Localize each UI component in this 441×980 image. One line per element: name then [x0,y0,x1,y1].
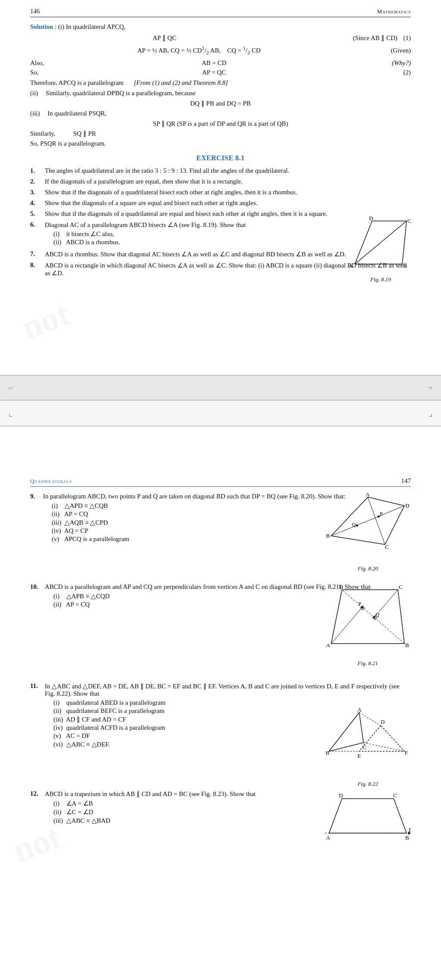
exercise-title: EXERCISE 8.1 [30,154,411,162]
fig-822: A B C D E F [325,708,411,777]
svg-marker-17 [331,590,404,644]
therefore-apcq: Therefore, APCQ is a parallelogram [From… [30,79,411,87]
fig-820: A D C B P Q [325,493,411,562]
svg-text:D: D [381,719,385,725]
svg-text:P: P [380,511,383,517]
svg-text:E: E [357,753,361,759]
svg-line-1 [355,221,407,264]
svg-text:C: C [407,218,411,224]
svg-marker-43 [329,799,407,833]
fig-821-container: D C B A P Q Fig. 8.21 [325,583,411,667]
exercise-list-2: 9. In parallelogram ABCD, two points P a… [30,493,411,876]
page-header-147: Quadrilaterals 147 [30,477,411,487]
svg-text:E: E [409,827,411,833]
svg-point-10 [356,525,358,527]
page-number-146: 146 [30,8,40,15]
svg-text:P: P [358,601,361,607]
svg-text:A: A [357,708,362,713]
fig-823: A B D C E [325,790,411,842]
equation-ap-cq: AP = ½ AB, CQ = ½ CD1/2 AB, CQ = 1/2 CD … [30,45,411,56]
iii-psqr: (iii) In quadrilateral PSQR, [30,110,411,117]
page-header-146: 146 Mathematics [30,8,411,17]
svg-text:A: A [326,642,330,648]
svg-text:C: C [385,544,389,550]
svg-point-9 [378,516,380,518]
svg-text:Q: Q [376,612,379,618]
exercise-item-1: 1. The angles of quadrilateral are in th… [30,167,411,174]
exercise-item-3: 3. Show that if the diagonals of a quadr… [30,189,411,196]
fig-820-label: Fig. 8.20 [325,565,411,572]
svg-line-33 [359,712,381,725]
svg-text:D: D [339,583,343,590]
svg-text:B: B [405,834,409,841]
svg-line-18 [342,590,404,644]
also-line: Also, AB = CD (Why?) [30,59,411,67]
similarly-sq: Similarly, SQ ∥ PR [30,130,411,137]
quadrilaterals-label: Quadrilaterals [30,478,72,485]
page-number-147: 147 [401,477,411,485]
so-line: So, AP = QC (2) [30,69,411,76]
fig-823-container: A B D C E [325,790,411,843]
fig-820-container: A D C B P Q Fig. 8.20 [325,493,411,572]
solution-heading: Solution : (i) In quadrilateral APCQ, [30,23,411,31]
corner-mark-bottom-right: ¬ [428,383,432,393]
svg-marker-31 [329,712,363,751]
exercise-item-10: 10. ABCD is a parallelogram and AP and C… [30,583,411,678]
svg-text:C: C [363,744,366,750]
exercise-item-11: 11. In △ABC and △DEF, AB = DE, AB ∥ DE, … [30,682,411,786]
corner-mark-bottom-left: ⌐ [9,383,13,393]
exercise-item-6: 6. Diagonal AC of a parallelogram ABCD b… [30,221,411,247]
svg-text:A: A [326,834,330,841]
svg-text:A: A [366,493,370,498]
exercise-item-12: 12. ABCD is a trapezium in which AB ∥ CD… [30,790,411,876]
svg-text:B: B [326,532,330,539]
fig-821-label: Fig. 8.21 [325,660,411,667]
svg-text:C: C [399,584,403,590]
equation-1: AP ∥ QC (Since AB ∥ CD) (1) [30,34,411,42]
svg-text:F: F [405,750,408,756]
svg-text:A: A [349,262,353,269]
sp-qr: SP ∥ QR (SP is a part of DP and QR is a … [30,120,411,128]
ii-dpbq: (ii) Similarly, quadrilateral DPBQ is a … [30,90,411,97]
svg-line-8 [331,506,404,536]
exercise-list: 1. The angles of quadrilateral are in th… [30,167,411,277]
svg-text:D: D [405,502,409,509]
fig-821: D C B A P Q [325,583,411,656]
exercise-item-9: 9. In parallelogram ABCD, two points P a… [30,493,411,579]
subject-label: Mathematics [377,8,411,15]
exercise-item-4: 4. Show that the diagonals of a square a… [30,199,411,207]
fig-819: D C B A [346,217,415,273]
watermark-not: not [16,294,75,348]
svg-line-35 [363,743,404,751]
fig-822-label: Fig. 8.22 [325,781,411,787]
svg-text:C: C [393,792,397,799]
svg-line-7 [368,497,385,544]
svg-text:Q: Q [352,522,356,528]
sub-11i: (i) quadrilateral ABED is a parallelogra… [53,699,411,706]
so-psqr: So, PSQR is a parallelogram. [30,140,411,147]
fig-819-container: D C B A Fig. 8.19 [346,217,415,283]
svg-text:D: D [339,792,343,799]
svg-line-20 [331,607,362,644]
fig-819-label: Fig. 8.19 [346,276,415,283]
svg-text:B: B [405,642,409,648]
svg-text:D: D [369,217,373,221]
page-break: ⌐ ¬ [0,375,441,401]
fig-822-container: A B C D E F Fig. 8.22 [325,708,411,787]
exercise-item-2: 2. If the diagonals of a parallelogram a… [30,178,411,185]
svg-text:B: B [403,262,407,269]
dq-pb: DQ ∥ PB and DQ = PB [30,100,411,107]
svg-text:B: B [326,750,329,756]
